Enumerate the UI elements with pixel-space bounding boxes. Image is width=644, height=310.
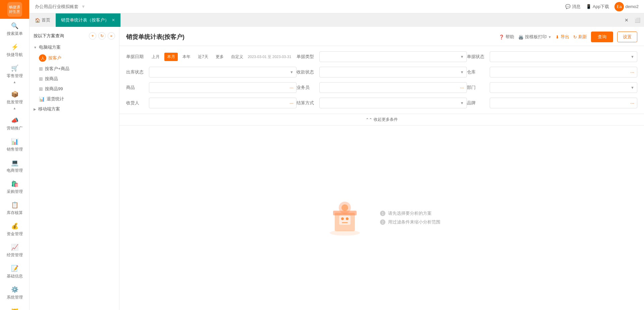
active-icon: 人: [41, 56, 45, 61]
date-btn-last-month[interactable]: 上月: [149, 53, 162, 61]
doc-type-label: 单据类型: [297, 54, 317, 60]
filter-item-return-stats[interactable]: 📊 退货统计: [32, 94, 119, 104]
quick-nav-icon: ⚡: [11, 43, 18, 51]
dots-icon: ···: [460, 85, 464, 90]
warehouse-input[interactable]: ···: [490, 67, 637, 78]
avatar-text: Ea: [617, 4, 622, 9]
sidebar-item-basic-info[interactable]: 📝 基础信息: [0, 261, 30, 282]
out-status-label: 出库状态: [126, 69, 146, 75]
help-button[interactable]: ❓ 帮助: [499, 34, 514, 40]
date-btn-more[interactable]: 更多: [213, 53, 226, 61]
finance-icon: 💰: [11, 222, 18, 230]
out-status-input[interactable]: ▼: [149, 67, 297, 78]
query-button[interactable]: 查询: [591, 32, 613, 42]
refresh-scheme-button[interactable]: ↻: [98, 32, 106, 40]
refresh-icon: ↻: [573, 35, 577, 40]
operations-icon: 📈: [11, 244, 18, 251]
doc-status-label: 单据状态: [467, 54, 487, 60]
filter-group-mobile[interactable]: ▶ 移动端方案: [30, 104, 119, 114]
refresh-button[interactable]: ↻ 刷新: [573, 34, 587, 40]
avatar: Ea: [614, 2, 624, 11]
sidebar-item-operations[interactable]: 📈 经营管理: [0, 240, 30, 261]
print-button[interactable]: 🖨️ 按模板打印 ▼: [518, 34, 551, 40]
sidebar-item-label: 零售管理: [7, 73, 23, 79]
sidebar-item-search[interactable]: 🔍 搜索菜单: [0, 19, 30, 40]
empty-svg: [323, 196, 367, 240]
settlement-input[interactable]: ▼: [319, 98, 467, 108]
receiver-input[interactable]: ···: [149, 98, 297, 108]
add-scheme-button[interactable]: +: [89, 32, 96, 40]
sidebar-item-purchase[interactable]: 🛍️ 采购管理: [0, 177, 30, 198]
sidebar-item-marketing[interactable]: 📣 营销推广: [0, 113, 30, 135]
sidebar-item-label: 营销推广: [7, 125, 23, 131]
expand-icon: ▲: [13, 80, 16, 84]
user-profile[interactable]: Ea demo2: [614, 2, 639, 11]
brand-input[interactable]: ···: [490, 98, 637, 108]
sidebar-item-inventory[interactable]: 📋 库存核算: [0, 198, 30, 219]
main-content: 销货单统计表(按客户) ❓ 帮助 🖨️ 按模板打印 ▼ ⬇ 导出: [119, 27, 644, 310]
sidebar-item-retail[interactable]: 🛒 零售管理 ▲: [0, 61, 30, 87]
filter-cell-out-status: 出库状态 ▼: [126, 67, 297, 78]
filter-item-by-customer[interactable]: 人 按客户: [32, 52, 119, 64]
tab-close-icon[interactable]: ✕: [112, 18, 115, 22]
sidebar-item-label: 采购管理: [7, 189, 23, 195]
filter-cell-receipt-status: 收款状态 ▼: [297, 67, 467, 78]
add-icon: +: [91, 34, 94, 38]
dots-icon: ···: [289, 85, 293, 90]
filter-group-desktop[interactable]: ▼ 电脑端方案: [30, 42, 119, 52]
collapse-sidebar-button[interactable]: «: [108, 32, 115, 40]
download-button[interactable]: 📱 App下载: [586, 4, 609, 10]
export-button[interactable]: ⬇ 导出: [555, 34, 569, 40]
filter-cell-warehouse: 仓库 ···: [467, 67, 637, 78]
product-input[interactable]: ···: [149, 82, 297, 93]
salesperson-input[interactable]: ···: [319, 82, 467, 93]
marketing-icon: 📣: [11, 117, 18, 124]
print-label: 按模板打印: [525, 34, 547, 40]
tab-close-window[interactable]: ✕: [623, 16, 631, 24]
doc-status-input[interactable]: ▼: [490, 51, 637, 62]
tab-sales-stat[interactable]: 销货单统计表（按客户） ✕: [56, 13, 121, 27]
sidebar-item-wholesale[interactable]: 📦 批发管理 ▲: [0, 87, 30, 113]
filter-cell-product: 商品 ···: [126, 82, 297, 93]
sidebar-item-finance[interactable]: 💰 资金管理: [0, 219, 30, 240]
date-btn-this-month[interactable]: 本月: [164, 53, 178, 61]
receipt-status-input[interactable]: ▼: [319, 67, 467, 78]
expand-icon: ▲: [13, 106, 16, 110]
group-expand-icon: ▶: [34, 107, 36, 111]
active-indicator: 人: [39, 54, 46, 62]
hint-num-2: 2: [380, 219, 385, 225]
date-btn-last-7[interactable]: 近7天: [195, 53, 211, 61]
date-btn-this-year[interactable]: 本年: [180, 53, 193, 61]
top-header: 办公用品行业模拟账套 ▼ 💬 消息 📱 App下载 Ea demo2: [30, 0, 644, 13]
receipt-status-label: 收款状态: [297, 69, 317, 75]
message-button[interactable]: 💬 消息: [565, 4, 581, 10]
filter-item-label: 按客户: [48, 55, 61, 61]
dots-icon: ···: [289, 100, 293, 106]
sidebar-item-cooperation[interactable]: 🤝 企业协同: [0, 304, 30, 310]
doc-type-input[interactable]: ▼: [319, 51, 467, 62]
collapse-bar[interactable]: ⌃⌃ 收起更多条件: [119, 114, 644, 125]
sidebar-item-quick-nav[interactable]: ⚡ 快捷导航: [0, 40, 30, 61]
item-icon: ⊞: [39, 86, 43, 92]
brand-label: 品牌: [467, 100, 487, 106]
date-btn-custom[interactable]: 自定义: [228, 53, 246, 61]
filter-item-by-product-99[interactable]: ⊞ 按商品99: [32, 84, 119, 94]
filter-item-by-product[interactable]: ⊞ 按商品: [32, 74, 119, 84]
sidebar-item-sales[interactable]: 📊 销售管理: [0, 135, 30, 156]
filter-item-label: 按商品99: [45, 86, 63, 92]
sidebar-item-ecommerce[interactable]: 💻 电商管理: [0, 156, 30, 177]
svg-rect-8: [342, 222, 348, 223]
group-label: 电脑端方案: [39, 44, 61, 50]
collapse-label: 收起更多条件: [374, 117, 398, 122]
tab-maximize[interactable]: ⬜: [633, 16, 641, 24]
tab-home[interactable]: 🏠 首页: [30, 13, 56, 27]
sidebar-item-label: 经营管理: [7, 252, 23, 258]
sidebar-item-label: 快捷导航: [7, 52, 23, 58]
settings-button[interactable]: 设置: [617, 32, 637, 42]
filter-item-by-customer-product[interactable]: ⊞ 按客户+商品: [32, 64, 119, 74]
department-input[interactable]: ▼: [490, 82, 637, 93]
cooperation-icon: 🤝: [11, 307, 18, 310]
chevron-down-icon: ▼: [631, 86, 634, 90]
sidebar-item-system[interactable]: ⚙️ 系统管理: [0, 282, 30, 304]
svg-point-7: [346, 217, 348, 220]
